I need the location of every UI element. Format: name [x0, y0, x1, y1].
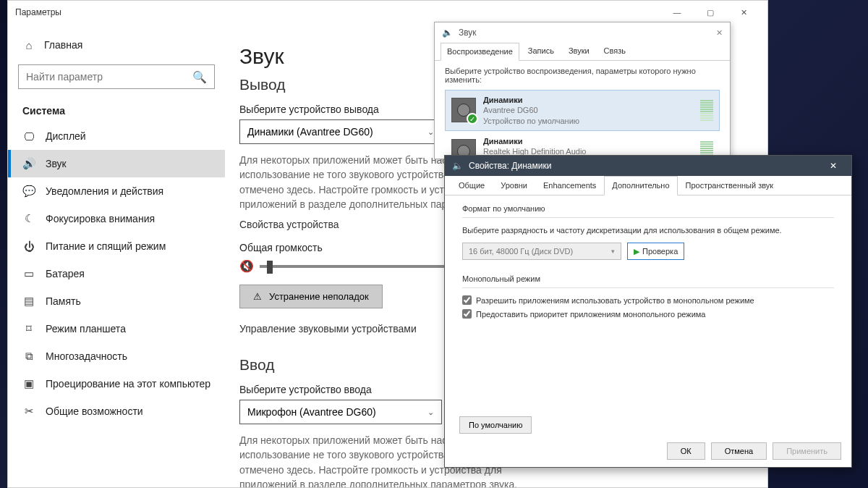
nav-icon: 🖵	[22, 130, 35, 143]
format-value: 16 бит, 48000 Гц (Диск DVD)	[469, 247, 573, 256]
nav-label: Память	[46, 295, 81, 307]
cancel-button[interactable]: Отмена	[711, 442, 767, 460]
sidebar-item-1[interactable]: 🔊Звук	[8, 150, 225, 177]
sound-cpl-tab[interactable]: Звуки	[563, 43, 595, 60]
ok-button[interactable]: ОК	[667, 442, 705, 460]
props-tabs: ОбщиеУровниEnhancementsДополнительноПрос…	[445, 176, 851, 195]
speaker-icon: 🔈	[452, 161, 463, 171]
close-button[interactable]: ✕	[716, 28, 723, 38]
sidebar-item-8[interactable]: ⧉Многозадачность	[8, 342, 225, 370]
sound-cpl-instruction: Выберите устройство воспроизведения, пар…	[435, 61, 730, 90]
chevron-down-icon: ▾	[611, 248, 615, 255]
exclusive-check2-row[interactable]: Предоставить приоритет приложениям моноп…	[462, 309, 834, 319]
apply-button[interactable]: Применить	[773, 442, 841, 460]
nav-label: Общие возможности	[46, 405, 143, 417]
device-icon: ✓	[451, 98, 476, 122]
nav-icon: ⌑	[22, 322, 35, 335]
volume-slider-thumb[interactable]	[267, 261, 273, 274]
nav-label: Батарея	[46, 268, 85, 279]
sound-cpl-tab[interactable]: Запись	[522, 43, 560, 60]
troubleshoot-label: Устранение неполадок	[269, 291, 369, 302]
nav-icon: ⧉	[22, 350, 35, 363]
home-icon: ⌂	[22, 38, 35, 51]
exclusive-check2[interactable]	[462, 309, 472, 319]
format-combo[interactable]: 16 бит, 48000 Гц (Диск DVD) ▾	[462, 243, 621, 260]
test-button[interactable]: ▶ Проверка	[627, 243, 684, 260]
maximize-button[interactable]: ▢	[694, 1, 727, 24]
nav-icon: ▭	[22, 267, 35, 280]
nav-label: Фокусировка внимания	[46, 213, 155, 224]
chevron-down-icon: ⌄	[427, 408, 434, 417]
sidebar-item-3[interactable]: ☾Фокусировка внимания	[8, 205, 225, 232]
chevron-down-icon: ⌄	[427, 127, 434, 137]
close-button[interactable]: ✕	[727, 1, 760, 24]
output-device-value: Динамики (Avantree DG60)	[247, 126, 373, 138]
sound-cpl-title: Звук	[459, 28, 477, 38]
sidebar-item-2[interactable]: 💬Уведомления и действия	[8, 177, 225, 205]
exclusive-mode-label: Монопольный режим	[462, 274, 834, 283]
level-meter	[700, 100, 713, 121]
nav-icon: ▣	[22, 377, 35, 390]
nav-label: Дисплей	[46, 130, 86, 142]
props-body: Формат по умолчанию Выберите разрядность…	[445, 195, 851, 332]
test-label: Проверка	[642, 247, 678, 256]
props-title: Свойства: Динамики	[469, 161, 551, 171]
sidebar-item-9[interactable]: ▣Проецирование на этот компьютер	[8, 370, 225, 397]
default-format-text: Выберите разрядность и частоту дискретиз…	[462, 225, 834, 235]
sound-control-panel-window: 🔈 Звук ✕ ВоспроизведениеЗаписьЗвукиСвязь…	[434, 22, 731, 159]
exclusive-check1-row[interactable]: Разрешить приложениям использовать устро…	[462, 295, 834, 305]
props-tab[interactable]: Уровни	[493, 176, 535, 195]
settings-title: Параметры	[15, 7, 61, 17]
nav-header: Система	[8, 95, 225, 122]
home-label: Главная	[44, 39, 82, 51]
sound-cpl-tab[interactable]: Воспроизведение	[441, 43, 519, 61]
nav-icon: 🔊	[22, 157, 35, 170]
nav-icon: 💬	[22, 185, 35, 198]
props-titlebar: 🔈 Свойства: Динамики ✕	[445, 156, 851, 176]
exclusive-check2-label: Предоставить приоритет приложениям моноп…	[476, 310, 705, 319]
output-device-select[interactable]: Динамики (Avantree DG60) ⌄	[239, 119, 442, 144]
nav-label: Проецирование на этот компьютер	[46, 378, 210, 390]
minimize-button[interactable]: —	[660, 1, 694, 24]
volume-slider[interactable]	[260, 265, 448, 268]
default-button[interactable]: По умолчанию	[459, 416, 532, 434]
play-icon: ▶	[634, 247, 639, 256]
search-box[interactable]: 🔍	[18, 64, 215, 89]
nav-label: Звук	[46, 158, 67, 169]
device-info: ДинамикиAvantree DG60Устройство по умолч…	[483, 95, 693, 126]
sidebar-item-5[interactable]: ▭Батарея	[8, 260, 225, 287]
nav-icon: ☾	[22, 212, 35, 225]
speaker-icon: 🔈	[442, 28, 453, 38]
sidebar-item-4[interactable]: ⏻Питание и спящий режим	[8, 232, 225, 260]
props-tab[interactable]: Дополнительно	[604, 176, 677, 195]
search-input[interactable]	[26, 71, 192, 83]
warning-icon: ⚠	[253, 291, 262, 302]
sidebar-item-6[interactable]: ▤Память	[8, 287, 225, 315]
nav-label: Режим планшета	[46, 323, 126, 335]
sidebar-item-0[interactable]: 🖵Дисплей	[8, 122, 225, 150]
sidebar-item-7[interactable]: ⌑Режим планшета	[8, 315, 225, 342]
nav-label: Многозадачность	[46, 350, 127, 362]
nav-icon: ⏻	[22, 240, 35, 253]
troubleshoot-button[interactable]: ⚠ Устранение неполадок	[239, 285, 383, 308]
props-tab[interactable]: Пространственный звук	[678, 176, 782, 195]
nav-label: Уведомления и действия	[46, 185, 163, 197]
nav-icon: ✂	[22, 405, 35, 418]
sound-cpl-tab[interactable]: Связь	[598, 43, 631, 60]
input-device-select[interactable]: Микрофон (Avantree DG60) ⌄	[239, 400, 442, 424]
device-item[interactable]: ✓ ДинамикиAvantree DG60Устройство по умо…	[445, 90, 720, 131]
props-tab[interactable]: Enhancements	[535, 176, 604, 195]
close-button[interactable]: ✕	[822, 161, 844, 171]
mute-icon[interactable]: 🔇	[239, 259, 254, 273]
settings-titlebar: Параметры — ▢ ✕	[8, 1, 767, 24]
nav-label: Питание и спящий режим	[46, 240, 166, 252]
search-icon: 🔍	[192, 70, 207, 84]
sound-cpl-titlebar: 🔈 Звук ✕	[435, 22, 730, 43]
home-link[interactable]: ⌂ Главная	[8, 31, 225, 59]
settings-sidebar: ⌂ Главная 🔍 Система 🖵Дисплей🔊Звук💬Уведом…	[8, 24, 225, 487]
sidebar-item-10[interactable]: ✂Общие возможности	[8, 397, 225, 425]
default-format-label: Формат по умолчанию	[462, 204, 834, 213]
speaker-properties-window: 🔈 Свойства: Динамики ✕ ОбщиеУровниEnhanc…	[444, 155, 852, 468]
exclusive-check1[interactable]	[462, 295, 472, 305]
props-tab[interactable]: Общие	[451, 176, 493, 195]
